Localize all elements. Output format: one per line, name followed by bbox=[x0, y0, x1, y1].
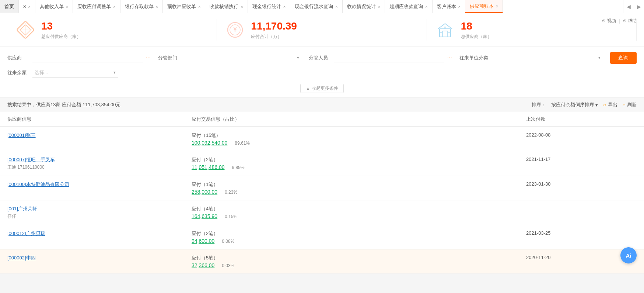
filter-area: 供应商 ··· 分管部门 ▾ 分管人员 ··· 往来单位分类 ▾ 查询 往来 bbox=[0, 47, 644, 98]
row1-supplier-info: [000001]张三 bbox=[7, 132, 192, 139]
svg-rect-9 bbox=[444, 27, 446, 29]
nav-tab-customer[interactable]: 客户账本 × bbox=[433, 0, 465, 13]
supplier-filter-label: 供应商 bbox=[7, 55, 29, 61]
nav-left-arrow[interactable]: ◀ bbox=[623, 0, 634, 13]
svg-rect-7 bbox=[440, 29, 451, 37]
row4-payable-row: 164,635.90 0.15% bbox=[192, 212, 526, 219]
nav-tab-prepay[interactable]: 预收冲应收单 × bbox=[163, 0, 205, 13]
tab-income-close[interactable]: × bbox=[66, 4, 68, 9]
tab-receipt-close[interactable]: × bbox=[378, 4, 380, 9]
tab-adjust-close[interactable]: × bbox=[113, 4, 115, 9]
nav-tab-supplier[interactable]: 供应商账本 × bbox=[465, 0, 503, 13]
table-header: 供应商信息 应付交易信息（占比） 上次付数 bbox=[0, 112, 644, 127]
row2-payable-amount[interactable]: 11,051,486.00 bbox=[192, 164, 225, 170]
tab-prepay-label: 预收冲应收单 bbox=[167, 3, 196, 10]
tab-adjust-label: 应收应付调整单 bbox=[77, 3, 111, 10]
table-row[interactable]: [000007]恒旺二手叉车 王通 17106110000 应付（2笔） 11,… bbox=[0, 151, 644, 176]
balance-chevron-icon: ▾ bbox=[113, 70, 116, 75]
nav-right-arrow[interactable]: ▶ bbox=[634, 0, 644, 13]
tab-bank-close[interactable]: × bbox=[156, 4, 158, 9]
tab-customer-close[interactable]: × bbox=[458, 4, 461, 9]
collapse-button[interactable]: ▲ 收起更多条件 bbox=[300, 84, 344, 93]
tab-prepay-close[interactable]: × bbox=[198, 4, 200, 9]
help-link[interactable]: ⊙ 帮助 bbox=[623, 18, 637, 24]
tab-cashflow-close[interactable]: × bbox=[335, 4, 337, 9]
stat-payable-suppliers-label: 总应付供应商（家） bbox=[41, 34, 81, 40]
tab-overdue-close[interactable]: × bbox=[425, 4, 427, 9]
nav-tab-verify[interactable]: 收款核销执行 × bbox=[205, 0, 248, 13]
collapse-label: 收起更多条件 bbox=[312, 85, 338, 92]
sort-select[interactable]: 按应付余额倒序排序 ▾ bbox=[551, 101, 598, 108]
row4-supplier-name[interactable]: [001]广州荣轩 bbox=[7, 206, 192, 212]
nav-tab-cashflow[interactable]: 现金银行流水查询 × bbox=[290, 0, 342, 13]
dept-chevron-icon: ▾ bbox=[297, 55, 299, 60]
tab-supplier-close[interactable]: × bbox=[496, 4, 498, 8]
row6-payable-info: 应付（5笔） 32,366.00 0.03% bbox=[192, 255, 526, 268]
video-link[interactable]: ⊙ 视频 bbox=[602, 18, 616, 24]
person-filter-label: 分管人员 bbox=[309, 55, 331, 61]
row4-payable-percent: 0.15% bbox=[225, 214, 237, 219]
row6-payable-amount[interactable]: 32,366.00 bbox=[192, 262, 214, 268]
row6-supplier-name[interactable]: [000002]李四 bbox=[7, 255, 192, 261]
person-filter-input[interactable] bbox=[334, 54, 444, 62]
tab-customer-label: 客户账本 bbox=[437, 3, 456, 10]
row4-payable-amount[interactable]: 164,635.90 bbox=[192, 213, 217, 219]
diamond-icon bbox=[15, 19, 36, 41]
nav-tab-adjust[interactable]: 应收应付调整单 × bbox=[73, 0, 120, 13]
supplier-filter-dots[interactable]: ··· bbox=[146, 55, 151, 61]
nav-tab-receipt[interactable]: 收款情况统计 × bbox=[343, 0, 385, 13]
tab-bank-label: 银行存取款单 bbox=[125, 3, 154, 10]
table-row[interactable]: [001]广州荣轩 仔仔 应付（4笔） 164,635.90 0.15% bbox=[0, 200, 644, 225]
row2-supplier-sub: 王通 17106110000 bbox=[7, 164, 192, 170]
header-col2: 应付交易信息（占比） bbox=[192, 116, 526, 123]
row2-payable-row: 11,051,486.00 9.89% bbox=[192, 163, 526, 170]
row2-supplier-info: [000007]恒旺二手叉车 王通 17106110000 bbox=[7, 156, 192, 170]
refresh-button[interactable]: ○ 刷新 bbox=[623, 101, 637, 108]
stat-total-suppliers-text: 18 总供应商（家） bbox=[461, 20, 492, 40]
stat-payable-suppliers-text: 13 总应付供应商（家） bbox=[41, 20, 81, 40]
export-button[interactable]: ○ 导出 bbox=[603, 101, 617, 108]
dept-filter-select[interactable]: ▾ bbox=[183, 53, 301, 63]
balance-filter-select[interactable]: 选择... ▾ bbox=[32, 68, 118, 78]
nav-tab-cashstat[interactable]: 现金银行统计 × bbox=[248, 0, 290, 13]
refresh-icon: ○ bbox=[623, 102, 626, 108]
row5-payable-row: 94,600.00 0.08% bbox=[192, 237, 526, 244]
ai-badge[interactable]: Ai bbox=[620, 247, 637, 263]
row2-payable-info: 应付（2笔） 11,051,486.00 9.89% bbox=[192, 156, 526, 170]
row5-payable-info: 应付（2笔） 94,600.00 0.08% bbox=[192, 230, 526, 244]
nav-tab-home[interactable]: 首页 bbox=[0, 0, 19, 13]
person-filter-dots[interactable]: ··· bbox=[447, 55, 452, 61]
balance-placeholder: 选择... bbox=[35, 69, 48, 76]
row5-payable-percent: 0.08% bbox=[222, 239, 234, 244]
row3-supplier-name[interactable]: [000100]本特勤油品有限公司 bbox=[7, 181, 192, 188]
row6-payable-row: 32,366.00 0.03% bbox=[192, 261, 526, 268]
row2-supplier-name[interactable]: [000007]恒旺二手叉车 bbox=[7, 156, 192, 163]
table-row[interactable]: [000100]本特勤油品有限公司 应付（1笔） 258,000.00 0.23… bbox=[0, 176, 644, 200]
row1-payable-row: 100,092,540.00 89.61% bbox=[192, 139, 526, 146]
nav-tab-income[interactable]: 其他收入单 × bbox=[35, 0, 73, 13]
nav-tab-bank[interactable]: 银行存取款单 × bbox=[120, 0, 163, 13]
query-button[interactable]: 查询 bbox=[610, 52, 637, 64]
tab-verify-close[interactable]: × bbox=[241, 4, 243, 9]
row5-supplier-name[interactable]: [000012]广州贝瑞 bbox=[7, 230, 192, 237]
row1-payable-amount[interactable]: 100,092,540.00 bbox=[192, 140, 227, 146]
supplier-filter-input[interactable] bbox=[32, 54, 143, 62]
main-table: 供应商信息 应付交易信息（占比） 上次付数 [000001]张三 应付（15笔）… bbox=[0, 112, 644, 274]
top-right-links: ⊙ 视频 | ⊙ 帮助 bbox=[602, 18, 637, 24]
tab-cashstat-close[interactable]: × bbox=[283, 4, 286, 9]
category-filter-select[interactable]: ▾ bbox=[491, 53, 603, 63]
table-row[interactable]: [000012]广州贝瑞 应付（2笔） 94,600.00 0.08% 2021… bbox=[0, 225, 644, 249]
nav-tab-overdue[interactable]: 超期应收款查询 × bbox=[385, 0, 432, 13]
tab3-close[interactable]: × bbox=[28, 4, 30, 9]
collapse-bar: ▲ 收起更多条件 bbox=[7, 82, 637, 94]
table-row[interactable]: [000001]张三 应付（15笔） 100,092,540.00 89.61%… bbox=[0, 127, 644, 151]
row6-payable-label: 应付（5笔） bbox=[192, 255, 526, 261]
row3-payable-info: 应付（1笔） 258,000.00 0.23% bbox=[192, 181, 526, 195]
table-row[interactable]: [000002]李四 应付（5笔） 32,366.00 0.03% 2020-1… bbox=[0, 249, 644, 274]
row6-last-payment: 2020-11-20 bbox=[526, 255, 637, 260]
row4-supplier-sub: 仔仔 bbox=[7, 213, 192, 220]
nav-tab-3[interactable]: 3 × bbox=[19, 0, 35, 13]
row5-payable-amount[interactable]: 94,600.00 bbox=[192, 238, 214, 244]
row3-payable-amount[interactable]: 258,000.00 bbox=[192, 189, 217, 195]
row1-supplier-name[interactable]: [000001]张三 bbox=[7, 132, 192, 139]
